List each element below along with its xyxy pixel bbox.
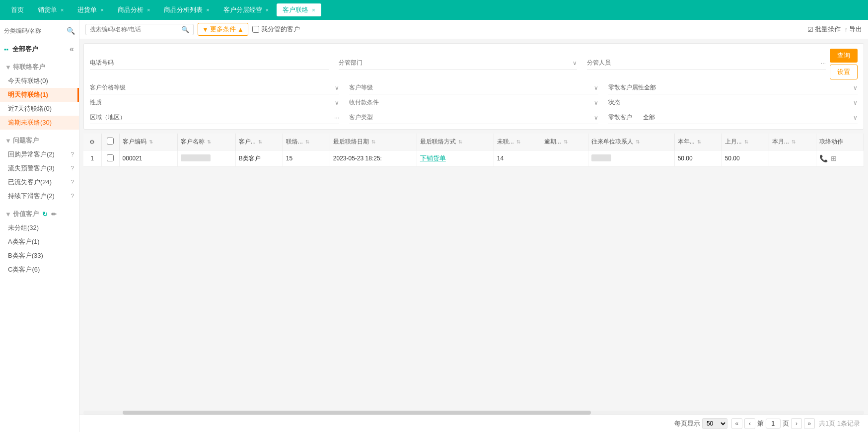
query-button[interactable]: 查询: [830, 49, 858, 63]
ellipsis-icon-2[interactable]: ···: [334, 114, 339, 121]
help-icon-abnormal: ?: [71, 151, 74, 158]
sidebar-collapse-btn[interactable]: «: [70, 45, 74, 54]
nav-sales-order[interactable]: 销货单 ×: [32, 3, 70, 16]
batch-operation-button[interactable]: ☑ 批量操作: [807, 25, 841, 34]
filter-price-level-select[interactable]: ∨: [126, 84, 339, 91]
sidebar-item-ungrouped[interactable]: 未分组(32): [0, 221, 79, 235]
cell-last-contact-method[interactable]: 下销货单: [417, 150, 494, 167]
cell-seq: 1: [83, 150, 101, 167]
nav-customer-tiered[interactable]: 客户分层经营 ×: [217, 3, 275, 16]
nav-close-product-analysis[interactable]: ×: [147, 7, 150, 13]
sidebar-item-churned[interactable]: 已流失客户(24) ?: [0, 175, 79, 189]
prev-page-button[interactable]: ‹: [744, 418, 755, 429]
more-filter-button[interactable]: ▼ 更多条件 ▲: [198, 23, 248, 36]
filter-customer-level-select[interactable]: ∨: [384, 84, 598, 91]
th-name[interactable]: 客户名称 ⇅: [177, 134, 235, 150]
sidebar-item-churn-warn[interactable]: 流失预警客户(3) ?: [0, 161, 79, 175]
filter-customer-level: 客户等级 ∨: [349, 83, 598, 94]
ellipsis-icon[interactable]: ···: [821, 60, 826, 67]
th-this-year[interactable]: 本年... ⇅: [674, 134, 722, 150]
edit-icon[interactable]: ✏: [51, 211, 57, 218]
sidebar-item-class-c[interactable]: C类客户(6): [0, 263, 79, 277]
help-icon-declining: ?: [71, 193, 74, 200]
nav-customer-contact[interactable]: 客户联络 ×: [277, 3, 321, 16]
cell-checkbox[interactable]: [101, 150, 119, 167]
th-last-month[interactable]: 上月... ⇅: [722, 134, 769, 150]
next-page-button[interactable]: ›: [791, 418, 802, 429]
toolbar: 🔍 ▼ 更多条件 ▲ 我分管的客户 ☑ 批量操作 ↑ 导出: [79, 20, 868, 39]
scrollbar-thumb[interactable]: [123, 411, 591, 415]
th-last-contact-date[interactable]: 最后联络日期 ⇅: [330, 134, 417, 150]
sidebar-item-abnormal[interactable]: 回购异常客户(2) ?: [0, 147, 79, 161]
sidebar-value-header[interactable]: ▼ 价值客户 ↻ ✏: [0, 207, 79, 221]
sidebar-item-class-a[interactable]: A类客户(1): [0, 235, 79, 249]
search-icon[interactable]: 🔍: [181, 26, 189, 33]
horizontal-scrollbar[interactable]: [83, 411, 864, 415]
nav-close-purchase-order[interactable]: ×: [100, 7, 103, 13]
sidebar-item-tomorrow[interactable]: 明天待联络(1): [0, 88, 79, 102]
th-this-month[interactable]: 本月... ⇅: [769, 134, 816, 150]
filter-payment-select[interactable]: ∨: [384, 99, 598, 106]
sidebar-item-today[interactable]: 今天待联络(0): [0, 74, 79, 88]
filter-dept-select[interactable]: ∨: [373, 60, 578, 67]
th-customer-type[interactable]: 客户... ⇅: [235, 134, 283, 150]
chevron-down-icon-6: ∨: [594, 99, 598, 106]
th-contact-count[interactable]: 联络... ⇅: [283, 134, 330, 150]
filter-payment: 收付款条件 ∨: [349, 98, 598, 109]
nav-close-product-analysis-list[interactable]: ×: [206, 7, 209, 13]
phone-action-icon[interactable]: 📞: [819, 154, 828, 162]
cell-uncontact: 14: [494, 150, 541, 167]
sidebar-all-customers-header[interactable]: ▪▪ 全部客户 «: [0, 42, 79, 56]
nav-product-analysis-list[interactable]: 商品分析列表 ×: [158, 3, 215, 16]
nav-home[interactable]: 首页: [5, 3, 30, 16]
filter-panel: 电话号码 分管部门 ∨ 分管人员 ···: [83, 43, 864, 130]
sidebar-search-icon[interactable]: 🔍: [67, 27, 75, 35]
sidebar-item-week[interactable]: 近7天待联络(0): [0, 102, 79, 116]
sidebar-search-input[interactable]: [4, 27, 67, 34]
nav-close-customer-contact[interactable]: ×: [312, 7, 315, 13]
chevron-down-icon-7: ∨: [853, 99, 858, 106]
nav-close-sales-order[interactable]: ×: [61, 7, 64, 13]
row-checkbox[interactable]: [107, 154, 114, 161]
filter-nature-select[interactable]: ∨: [125, 99, 339, 106]
last-page-button[interactable]: »: [804, 418, 815, 429]
my-customer-check[interactable]: [252, 26, 259, 33]
th-contact-person[interactable]: 往来单位联系人 ⇅: [588, 134, 674, 150]
export-button[interactable]: ↑ 导出: [845, 25, 863, 34]
sidebar-problem-header[interactable]: ▼ 问题客户: [0, 134, 79, 147]
sidebar-search-area: 🔍: [0, 24, 79, 38]
th-uncontact[interactable]: 未联... ⇅: [494, 134, 541, 150]
refresh-icon[interactable]: ↻: [42, 211, 48, 218]
filter-status-select[interactable]: ∨: [643, 99, 858, 106]
th-settings[interactable]: ⚙: [83, 134, 101, 150]
th-code[interactable]: 客户编码 ⇅: [119, 134, 177, 150]
filter-phone-input[interactable]: [125, 60, 329, 67]
page-number-input[interactable]: [766, 419, 781, 429]
filter-retail-select[interactable]: 全部 ∨: [643, 113, 858, 122]
nav-purchase-order[interactable]: 进货单 ×: [72, 3, 109, 16]
filter-customer-type-select[interactable]: ∨: [384, 114, 598, 121]
nav-close-customer-tiered[interactable]: ×: [266, 7, 269, 13]
filter-person-select[interactable]: ···: [622, 60, 826, 67]
nav-product-analysis[interactable]: 商品分析 ×: [112, 3, 156, 16]
filter-retail-attr-select[interactable]: 全部 ∨: [644, 83, 858, 92]
grid-action-icon[interactable]: ⊞: [831, 154, 837, 162]
filter-actions: 查询 设置: [830, 49, 858, 79]
main-layout: 🔍 ▪▪ 全部客户 « ▼ 待联络客户 今天待联络(0) 明天待联络(1) 近7…: [0, 20, 868, 432]
sidebar-item-declining[interactable]: 持续下滑客户(2) ?: [0, 189, 79, 203]
filter-region-select[interactable]: ···: [126, 114, 339, 121]
sidebar-item-overdue[interactable]: 逾期未联络(30): [0, 116, 79, 130]
select-all-checkbox[interactable]: [107, 138, 114, 144]
sidebar-pending-header[interactable]: ▼ 待联络客户: [0, 60, 79, 74]
my-customer-checkbox[interactable]: 我分管的客户: [252, 25, 300, 34]
page-size-select[interactable]: 50 100 200: [702, 418, 727, 429]
th-checkbox[interactable]: [101, 134, 119, 150]
sidebar-pending-section: ▼ 待联络客户 今天待联络(0) 明天待联络(1) 近7天待联络(0) 逾期未联…: [0, 58, 79, 132]
search-input[interactable]: [90, 26, 179, 33]
table-row: 1 000021 B类客户 15 2023-05-23 18:25: 下销货单 …: [83, 150, 864, 167]
th-overdue[interactable]: 逾期... ⇅: [541, 134, 588, 150]
sidebar-item-class-b[interactable]: B类客户(33): [0, 249, 79, 263]
set-button[interactable]: 设置: [830, 65, 858, 79]
first-page-button[interactable]: «: [731, 418, 742, 429]
th-last-contact-method[interactable]: 最后联络方式 ⇅: [417, 134, 494, 150]
